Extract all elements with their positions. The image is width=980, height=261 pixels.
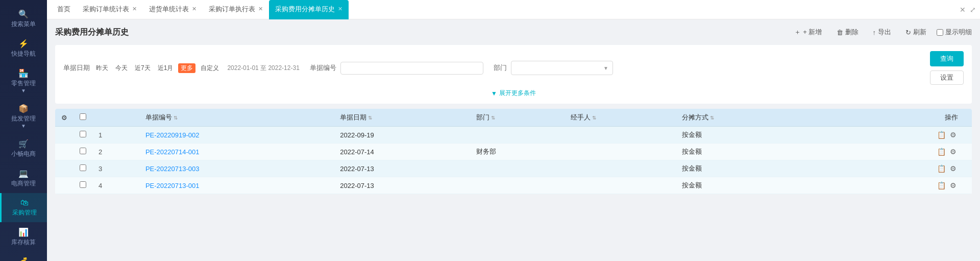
sort-icon: ⇅ xyxy=(368,115,372,121)
row-date: 2022-07-14 xyxy=(334,144,470,160)
doc-no-label: 单据编号 xyxy=(310,63,336,73)
toolbar: ＋ + 新增 🗑 删除 ↑ 导出 ↻ 刷新 显示明细 xyxy=(790,26,972,39)
sidebar-item-wholesale[interactable]: 📦 批发管理 ▼ xyxy=(0,99,47,134)
th-checkbox[interactable] xyxy=(74,109,92,127)
refresh-button[interactable]: ↻ 刷新 xyxy=(901,26,930,39)
tab-close-icon[interactable]: ✕ xyxy=(132,6,137,12)
shortcut-more[interactable]: 更多 xyxy=(178,63,195,73)
show-detail-checkbox[interactable]: 显示明细 xyxy=(937,28,972,37)
dept-filter: 部门 ▼ xyxy=(494,61,613,75)
shortcut-yesterday[interactable]: 昨天 xyxy=(94,63,110,74)
row-date: 2022-07-13 xyxy=(334,160,470,177)
row-select-checkbox[interactable] xyxy=(80,131,86,137)
row-doc-no: PE-20220919-002 xyxy=(139,127,334,144)
row-select-checkbox[interactable] xyxy=(80,181,86,188)
row-select-checkbox[interactable] xyxy=(80,164,86,171)
sidebar-item-ecommerce-mgmt[interactable]: 💻 电商管理 xyxy=(0,163,47,193)
more-icon[interactable]: ⚙ xyxy=(950,164,957,173)
fullscreen-icon[interactable]: ⤢ xyxy=(970,6,976,14)
page-title: 采购费用分摊单历史 xyxy=(55,27,129,38)
th-method[interactable]: 分摊方式 ⇅ xyxy=(676,109,931,127)
sidebar-item-inventory[interactable]: 📊 库存核算 xyxy=(0,222,47,252)
tab-close-icon[interactable]: ✕ xyxy=(192,6,197,12)
more-icon[interactable]: ⚙ xyxy=(950,131,957,139)
table-row: 2 PE-20220714-001 2022-07-14 财务部 按金额 📋 ⚙ xyxy=(55,144,972,160)
edit-icon[interactable]: 📋 xyxy=(937,164,946,173)
tab-purchase-order-stats[interactable]: 采购订单统计表 ✕ xyxy=(77,0,143,19)
tab-home[interactable]: 首页 xyxy=(51,0,77,19)
doc-no-link[interactable]: PE-20220919-002 xyxy=(145,131,200,139)
show-detail-check-input[interactable] xyxy=(937,29,943,36)
select-all-checkbox[interactable] xyxy=(80,113,86,120)
chevron-down-icon: ▼ xyxy=(603,65,608,71)
row-number: 1 xyxy=(92,127,139,144)
edit-icon[interactable]: 📋 xyxy=(937,181,946,189)
sidebar-item-search[interactable]: 🔍 搜索菜单 xyxy=(0,4,47,34)
page-content: 采购费用分摊单历史 ＋ + 新增 🗑 删除 ↑ 导出 ↻ 刷新 xyxy=(47,19,980,261)
dept-label: 部门 xyxy=(494,63,507,73)
settings-button[interactable]: 设置 xyxy=(930,70,964,85)
expand-more-btn[interactable]: ▼ 展开更多条件 xyxy=(63,89,964,98)
tab-close-icon[interactable]: ✕ xyxy=(258,6,263,12)
row-handler xyxy=(565,177,676,194)
row-gear xyxy=(55,127,74,144)
row-method: 按金额 xyxy=(676,177,931,194)
tab-bar-controls: ✕ ⤢ xyxy=(960,6,976,14)
row-doc-no: PE-20220713-001 xyxy=(139,177,334,194)
doc-no-link[interactable]: PE-20220714-001 xyxy=(145,148,200,156)
sidebar-item-finance[interactable]: 💰 资金管理 xyxy=(0,252,47,261)
query-button[interactable]: 查询 xyxy=(930,51,964,66)
row-number: 2 xyxy=(92,144,139,160)
th-date[interactable]: 单据日期 ⇅ xyxy=(334,109,470,127)
sidebar-item-quicknav[interactable]: ⚡ 快捷导航 xyxy=(0,34,47,63)
doc-no-input[interactable] xyxy=(340,62,483,75)
row-checkbox-cell[interactable] xyxy=(74,177,92,194)
shortcut-1month[interactable]: 近1月 xyxy=(156,63,176,74)
shortcut-7days[interactable]: 近7天 xyxy=(133,63,153,74)
export-button[interactable]: ↑ 导出 xyxy=(869,26,896,39)
row-dept xyxy=(470,127,565,144)
row-checkbox-cell[interactable] xyxy=(74,160,92,177)
doc-no-link[interactable]: PE-20220713-001 xyxy=(145,182,200,189)
row-number: 3 xyxy=(92,160,139,177)
chevron-down-icon: ▼ xyxy=(491,90,497,97)
refresh-icon: ↻ xyxy=(905,29,911,36)
row-operations: 📋 ⚙ xyxy=(931,127,972,144)
sort-icon: ⇅ xyxy=(710,115,714,121)
row-method: 按金额 xyxy=(676,144,931,160)
shortcut-today[interactable]: 今天 xyxy=(113,63,130,74)
doc-no-filter: 单据编号 xyxy=(310,62,483,75)
shortcut-custom[interactable]: 自定义 xyxy=(199,63,221,74)
doc-no-link[interactable]: PE-20220713-003 xyxy=(145,165,200,173)
close-all-tabs-icon[interactable]: ✕ xyxy=(960,6,966,14)
row-checkbox-cell[interactable] xyxy=(74,144,92,160)
sidebar-item-purchase[interactable]: 🛍 采购管理 xyxy=(0,193,47,222)
sidebar-item-ecommerce-small[interactable]: 🛒 小畅电商 xyxy=(0,134,47,163)
dept-select[interactable]: ▼ xyxy=(511,61,613,75)
date-range-display: 2022-01-01 至 2022-12-31 xyxy=(227,64,299,73)
th-handler[interactable]: 经手人 ⇅ xyxy=(565,109,676,127)
tab-close-icon[interactable]: ✕ xyxy=(338,6,342,12)
row-checkbox-cell[interactable] xyxy=(74,127,92,144)
sidebar-item-retail[interactable]: 🏪 零售管理 ▼ xyxy=(0,63,47,99)
filter-row-1: 单据日期 昨天 今天 近7天 近1月 更多 自定义 2022-01-01 至 2… xyxy=(63,51,964,85)
tab-purchase-order-exec[interactable]: 采购订单执行表 ✕ xyxy=(203,0,269,19)
table-row: 1 PE-20220919-002 2022-09-19 按金额 📋 ⚙ xyxy=(55,127,972,144)
th-doc-no[interactable]: 单据编号 ⇅ xyxy=(139,109,334,127)
sort-icon: ⇅ xyxy=(174,115,178,121)
add-button[interactable]: ＋ + 新增 xyxy=(790,26,826,39)
row-select-checkbox[interactable] xyxy=(80,148,86,154)
edit-icon[interactable]: 📋 xyxy=(937,131,946,139)
tab-goods-in-stats[interactable]: 进货单统计表 ✕ xyxy=(143,0,203,19)
row-dept xyxy=(470,160,565,177)
more-icon[interactable]: ⚙ xyxy=(950,181,957,189)
table-row: 4 PE-20220713-001 2022-07-13 按金额 📋 ⚙ xyxy=(55,177,972,194)
delete-button[interactable]: 🗑 删除 xyxy=(832,26,863,39)
th-dept[interactable]: 部门 ⇅ xyxy=(470,109,565,127)
more-icon[interactable]: ⚙ xyxy=(950,148,957,156)
row-gear xyxy=(55,177,74,194)
edit-icon[interactable]: 📋 xyxy=(937,148,946,156)
th-settings[interactable]: ⚙ xyxy=(55,109,74,127)
tab-purchase-fee-history[interactable]: 采购费用分摊单历史 ✕ xyxy=(269,0,349,19)
row-gear xyxy=(55,160,74,177)
